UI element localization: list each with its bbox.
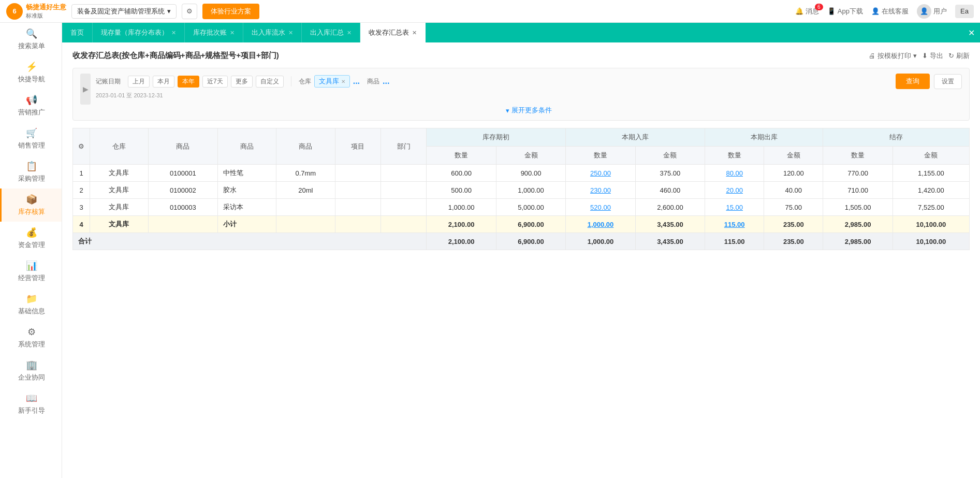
- tab-close-receipt-summary[interactable]: ✕: [412, 30, 417, 36]
- settings-button[interactable]: 设置: [934, 74, 962, 89]
- chevron-down-icon: ▾: [506, 107, 509, 114]
- operations-icon: 📊: [26, 260, 37, 271]
- quick-nav-icon: ⚡: [26, 61, 37, 73]
- query-button[interactable]: 查询: [896, 74, 930, 89]
- online-service[interactable]: 👤 在线客服: [871, 7, 909, 16]
- col-in-header: 本期入库: [566, 128, 705, 147]
- user-area[interactable]: 👤 用户: [917, 4, 947, 19]
- refresh-button[interactable]: ↻ 刷新: [948, 51, 970, 61]
- date-btn-custom[interactable]: 自定义: [256, 76, 284, 88]
- header-left: 6 畅捷通好生意 标准版 装备及固定资产辅助管理系统 ▾ ⚙ 体验行业方案: [6, 3, 259, 20]
- tab-close-inout-flow[interactable]: ✕: [288, 30, 293, 36]
- row1-code: 0100001: [148, 165, 217, 182]
- subtotal-in-amt: 3,435.00: [635, 216, 705, 233]
- row2-open-qty: 500.00: [427, 182, 496, 199]
- sidebar-item-inventory[interactable]: 📦 库存核算: [0, 189, 62, 222]
- app-download[interactable]: 📱 App下载: [827, 7, 863, 16]
- content-area: 首页 现存量（库存分布表） ✕ 库存批次账 ✕ 出入库流水 ✕ 出入库汇总 ✕ …: [62, 23, 980, 478]
- col-opening-header: 库存期初: [427, 128, 566, 147]
- export-button[interactable]: ⬇ 导出: [922, 51, 943, 61]
- row2-in-qty[interactable]: 230.00: [566, 182, 635, 199]
- warehouse-tag[interactable]: 文具库 ✕: [314, 75, 350, 88]
- row3-spec: [276, 199, 335, 216]
- filter-collapse-button[interactable]: ▶: [80, 74, 91, 105]
- sidebar-item-search[interactable]: 🔍 搜索菜单: [0, 23, 62, 56]
- expand-row: ▾ 展开更多条件: [96, 103, 962, 115]
- goods-filter: 商品 ...: [367, 77, 389, 86]
- date-btn-this-year[interactable]: 本年: [178, 76, 199, 88]
- subtotal-out-qty[interactable]: 115.00: [705, 216, 764, 233]
- tab-inout-summary[interactable]: 出入库汇总 ✕: [302, 23, 360, 42]
- row1-open-amt: 900.00: [496, 165, 565, 182]
- total-out-qty: 115.00: [705, 233, 764, 250]
- sidebar-item-guide[interactable]: 📖 新手引导: [0, 387, 62, 421]
- system-icon: ⚙: [27, 326, 36, 338]
- sidebar-item-enterprise[interactable]: 🏢 企业协同: [0, 354, 62, 387]
- col-open-qty-header: 数量: [427, 147, 496, 165]
- col-settings-header[interactable]: ⚙: [73, 128, 90, 165]
- tab-bar-close[interactable]: ✕: [963, 28, 980, 38]
- subtotal-in-qty[interactable]: 1,000.00: [566, 216, 635, 233]
- sidebar-item-marketing[interactable]: 📢 营销推广: [0, 89, 62, 122]
- row2-in-amt: 460.00: [635, 182, 705, 199]
- row3-project: [335, 199, 381, 216]
- inventory-icon: 📦: [26, 194, 37, 205]
- warehouse-more-button[interactable]: ...: [353, 77, 360, 86]
- subtotal-bal-qty: 2,985.00: [823, 216, 893, 233]
- date-btn-this-month[interactable]: 本月: [153, 76, 174, 88]
- row1-project: [335, 165, 381, 182]
- sidebar-item-finance[interactable]: 💰 资金管理: [0, 222, 62, 255]
- sidebar-item-operations[interactable]: 📊 经营管理: [0, 255, 62, 288]
- sidebar-item-sales[interactable]: 🛒 销售管理: [0, 122, 62, 155]
- print-template-button[interactable]: 🖨 按模板打印 ▾: [869, 51, 917, 61]
- row2-name: 胶水: [218, 182, 276, 199]
- tab-stock-dist[interactable]: 现存量（库存分布表） ✕: [93, 23, 185, 42]
- sidebar-item-purchase[interactable]: 📋 采购管理: [0, 155, 62, 189]
- warehouse-tag-close[interactable]: ✕: [341, 79, 345, 84]
- tab-batch[interactable]: 库存批次账 ✕: [185, 23, 243, 42]
- goods-more-button[interactable]: ...: [383, 77, 389, 86]
- dropdown-icon: ▾: [167, 7, 171, 15]
- settings-icon: ⚙: [78, 142, 84, 150]
- logo-text: 畅捷通好生意 标准版: [26, 3, 66, 19]
- date-btn-7days[interactable]: 近7天: [202, 76, 228, 88]
- date-label: 记账日期: [96, 77, 121, 86]
- row1-in-qty[interactable]: 250.00: [566, 165, 635, 182]
- row3-in-qty[interactable]: 520.00: [566, 199, 635, 216]
- sidebar-item-system[interactable]: ⚙ 系统管理: [0, 321, 62, 354]
- tab-close-inout-summary[interactable]: ✕: [347, 30, 352, 36]
- system-name[interactable]: 装备及固定资产辅助管理系统 ▾: [71, 4, 177, 19]
- col-project-header: 项目: [335, 128, 381, 165]
- purchase-icon: 📋: [26, 161, 37, 172]
- row1-dept: [381, 165, 427, 182]
- sales-icon: 🛒: [26, 127, 37, 139]
- chevron-down-icon: ▾: [913, 52, 917, 60]
- gear-button[interactable]: ⚙: [182, 4, 197, 19]
- notification-bell[interactable]: 🔔 消息 6: [795, 7, 819, 16]
- tab-inout-flow[interactable]: 出入库流水 ✕: [243, 23, 302, 42]
- tab-home[interactable]: 首页: [62, 23, 93, 42]
- row1-name: 中性笔: [218, 165, 276, 182]
- row2-spec: 20ml: [276, 182, 335, 199]
- date-btn-more[interactable]: 更多: [231, 76, 253, 88]
- experience-button[interactable]: 体验行业方案: [202, 4, 259, 19]
- top-header: 6 畅捷通好生意 标准版 装备及固定资产辅助管理系统 ▾ ⚙ 体验行业方案 🔔 …: [0, 0, 980, 23]
- row1-out-qty[interactable]: 80.00: [705, 165, 764, 182]
- col-out-amt-header: 金额: [764, 147, 823, 165]
- row2-out-qty[interactable]: 20.00: [705, 182, 764, 199]
- warehouse-label: 仓库: [299, 77, 311, 86]
- filter-row-1: 记账日期 上月 本月 本年 近7天 更多 自定义: [96, 74, 962, 89]
- tab-close-batch[interactable]: ✕: [230, 30, 235, 36]
- row2-open-amt: 1,000.00: [496, 182, 565, 199]
- expand-conditions-button[interactable]: ▾ 展开更多条件: [506, 106, 552, 115]
- sidebar-item-basic-info[interactable]: 📁 基础信息: [0, 288, 62, 321]
- refresh-icon: ↻: [948, 52, 954, 60]
- total-in-amt: 3,435.00: [635, 233, 705, 250]
- subtotal-bal-amt: 10,100.00: [893, 216, 969, 233]
- sidebar-item-quick-nav[interactable]: ⚡ 快捷导航: [0, 56, 62, 89]
- row1-in-amt: 375.00: [635, 165, 705, 182]
- tab-receipt-summary[interactable]: 收发存汇总表 ✕: [360, 23, 426, 42]
- tab-close-stock-dist[interactable]: ✕: [171, 30, 176, 36]
- date-btn-last-month[interactable]: 上月: [128, 76, 150, 88]
- row3-out-qty[interactable]: 15.00: [705, 199, 764, 216]
